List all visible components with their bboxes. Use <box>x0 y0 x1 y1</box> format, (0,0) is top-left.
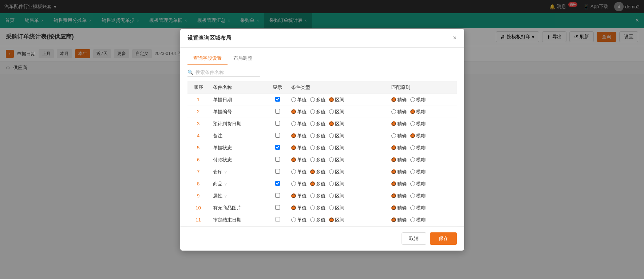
dialog: 设置查询区域布局 × 查询字段设置 布局调整 🔍 顺序 <box>180 29 464 75</box>
dialog-header: 设置查询区域布局 × <box>180 29 464 48</box>
tab-layout[interactable]: 布局调整 <box>228 52 258 65</box>
dialog-overlay: 设置查询区域布局 × 查询字段设置 布局调整 🔍 顺序 <box>0 0 644 74</box>
dialog-tabs: 查询字段设置 布局调整 <box>180 48 464 65</box>
dialog-title: 设置查询区域布局 <box>187 35 231 42</box>
search-icon: 🔍 <box>187 70 193 75</box>
tab-query-fields[interactable]: 查询字段设置 <box>187 52 228 65</box>
search-wrap: 🔍 <box>187 70 260 75</box>
dialog-close-btn[interactable]: × <box>453 35 457 41</box>
search-input[interactable] <box>195 70 254 75</box>
dialog-search-area: 🔍 <box>180 65 464 75</box>
